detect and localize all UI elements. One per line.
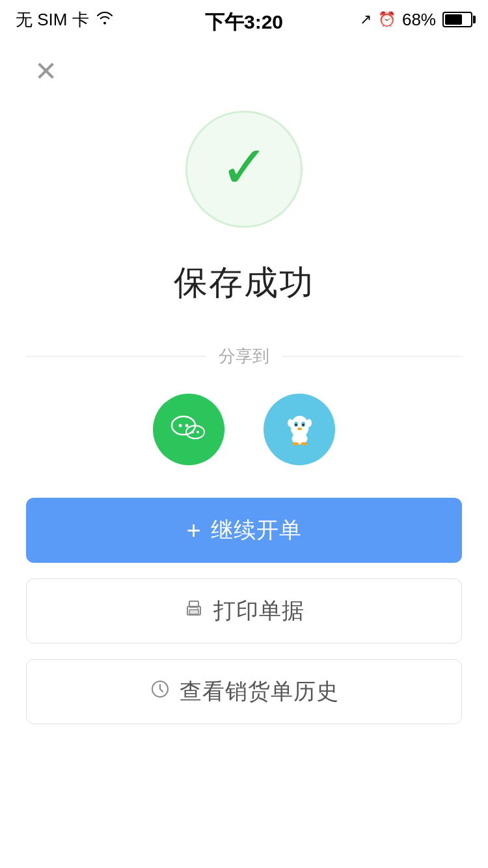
history-icon (150, 679, 170, 705)
svg-point-20 (197, 608, 198, 609)
print-label: 打印单据 (213, 596, 305, 626)
status-right: ↗ ⏰ 68% (360, 10, 472, 30)
alarm-icon: ⏰ (378, 11, 396, 28)
continue-button[interactable]: + 继续开单 (26, 498, 462, 563)
divider-right (282, 356, 462, 357)
svg-point-9 (295, 424, 297, 426)
battery-label: 68% (402, 10, 436, 30)
close-icon: ✕ (34, 58, 57, 85)
status-time: 下午3:20 (205, 9, 283, 36)
svg-point-1 (178, 424, 182, 427)
svg-rect-19 (189, 610, 198, 614)
history-button[interactable]: 查看销货单历史 (26, 659, 462, 724)
action-buttons: + 继续开单 打印单据 查看销货单历史 (26, 498, 462, 724)
status-left: 无 SIM 卡 (16, 8, 114, 31)
wechat-share-button[interactable] (153, 394, 224, 465)
svg-point-12 (288, 419, 293, 427)
wechat-icon (168, 409, 210, 451)
print-icon (183, 599, 204, 624)
success-title: 保存成功 (174, 260, 314, 306)
continue-icon: + (186, 517, 201, 545)
location-icon: ↗ (360, 11, 372, 28)
share-icons-container (26, 394, 462, 465)
qq-icon (278, 409, 321, 451)
svg-point-15 (292, 442, 299, 445)
svg-point-5 (197, 431, 199, 433)
main-content: ✕ ✓ 保存成功 分享到 (0, 39, 488, 750)
share-label: 分享到 (219, 345, 269, 368)
close-button[interactable]: ✕ (26, 52, 65, 91)
battery-icon (442, 12, 472, 27)
share-section: 分享到 (26, 345, 462, 465)
status-bar: 无 SIM 卡 下午3:20 ↗ ⏰ 68% (0, 0, 488, 39)
svg-point-2 (185, 424, 188, 427)
svg-point-4 (191, 431, 194, 433)
divider-left (26, 356, 206, 357)
svg-point-11 (297, 427, 302, 430)
sim-icon (96, 10, 114, 30)
success-icon-circle: ✓ (185, 111, 303, 228)
svg-point-10 (302, 424, 305, 426)
share-divider: 分享到 (26, 345, 462, 368)
continue-label: 继续开单 (211, 515, 302, 545)
svg-point-16 (301, 442, 307, 445)
history-label: 查看销货单历史 (180, 677, 339, 707)
checkmark-icon: ✓ (220, 138, 269, 197)
carrier-label: 无 SIM 卡 (16, 8, 89, 31)
qq-share-button[interactable] (264, 394, 335, 465)
print-button[interactable]: 打印单据 (26, 578, 462, 644)
svg-point-13 (306, 419, 312, 427)
